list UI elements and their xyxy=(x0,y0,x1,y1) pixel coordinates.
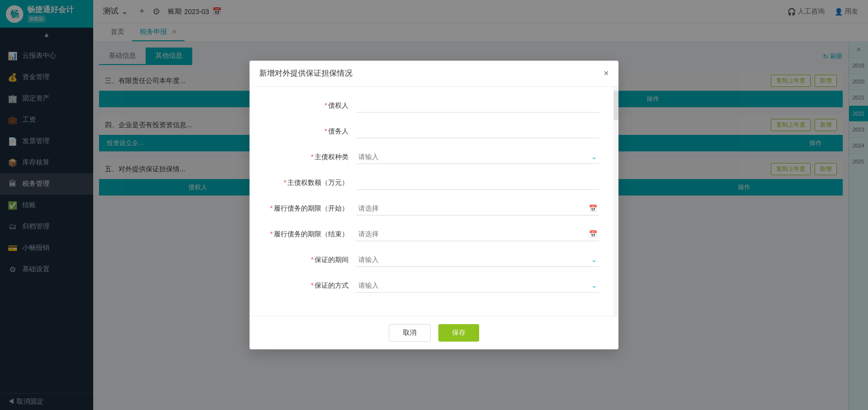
dialog-scrollbar-thumb xyxy=(614,91,618,120)
form-row-period-start: *履行债务的期限（开始） 📅 xyxy=(269,201,599,215)
dialog-close-icon[interactable]: × xyxy=(603,68,609,79)
form-input-creditor[interactable] xyxy=(356,98,599,113)
dialog-title: 新增对外提供保证担保情况 xyxy=(259,68,352,79)
form-input-creditor-amount[interactable] xyxy=(356,176,599,190)
form-date-input-period-end[interactable] xyxy=(356,227,589,241)
form-select-guarantee-method[interactable]: ⌄ xyxy=(356,279,599,293)
form-label-guarantee-method: *保证的方式 xyxy=(269,281,356,290)
dialog-scrollbar xyxy=(614,87,618,316)
creditor-type-chevron-icon[interactable]: ⌄ xyxy=(591,153,599,161)
save-button[interactable]: 保存 xyxy=(438,324,479,342)
form-select-creditor-type[interactable]: ⌄ xyxy=(356,150,599,164)
form-select-input-guarantee-period[interactable] xyxy=(356,253,591,266)
form-row-creditor-type: *主债权种类 ⌄ xyxy=(269,150,599,164)
guarantee-method-chevron-icon[interactable]: ⌄ xyxy=(591,281,599,289)
cancel-button[interactable]: 取消 xyxy=(389,324,431,342)
form-row-period-end: *履行债务的期限（结束） 📅 xyxy=(269,227,599,241)
form-row-guarantee-method: *保证的方式 ⌄ xyxy=(269,279,599,293)
form-select-input-creditor-type[interactable] xyxy=(356,150,591,164)
modal-overlay: 新增对外提供保证担保情况 × *债权人 *债务人 *主债权种类 xyxy=(0,0,868,410)
dialog-footer: 取消 保存 xyxy=(250,316,618,349)
form-label-creditor-type: *主债权种类 xyxy=(269,153,356,162)
form-select-guarantee-period[interactable]: ⌄ xyxy=(356,253,599,267)
form-select-input-guarantee-method[interactable] xyxy=(356,279,591,292)
form-label-guarantee-period: *保证的期间 xyxy=(269,256,356,264)
period-end-calendar-icon[interactable]: 📅 xyxy=(589,230,599,238)
period-start-calendar-icon[interactable]: 📅 xyxy=(589,204,599,212)
form-date-period-end[interactable]: 📅 xyxy=(356,227,599,241)
guarantee-period-chevron-icon[interactable]: ⌄ xyxy=(591,256,599,263)
form-row-creditor-amount: *主债权数额（万元） xyxy=(269,176,599,190)
form-label-debtor: *债务人 xyxy=(269,127,356,136)
dialog-header: 新增对外提供保证担保情况 × xyxy=(250,61,618,87)
form-date-input-period-start[interactable] xyxy=(356,201,589,215)
form-row-debtor: *债务人 xyxy=(269,124,599,138)
form-row-creditor: *债权人 xyxy=(269,98,599,113)
form-label-creditor: *债权人 xyxy=(269,101,356,110)
form-label-creditor-amount: *主债权数额（万元） xyxy=(269,179,356,187)
form-input-debtor[interactable] xyxy=(356,124,599,138)
dialog-body: *债权人 *债务人 *主债权种类 ⌄ xyxy=(250,87,618,316)
form-label-period-end: *履行债务的期限（结束） xyxy=(269,230,356,239)
form-row-guarantee-period: *保证的期间 ⌄ xyxy=(269,253,599,267)
form-date-period-start[interactable]: 📅 xyxy=(356,201,599,215)
dialog: 新增对外提供保证担保情况 × *债权人 *债务人 *主债权种类 xyxy=(250,61,618,349)
form-label-period-start: *履行债务的期限（开始） xyxy=(269,204,356,213)
